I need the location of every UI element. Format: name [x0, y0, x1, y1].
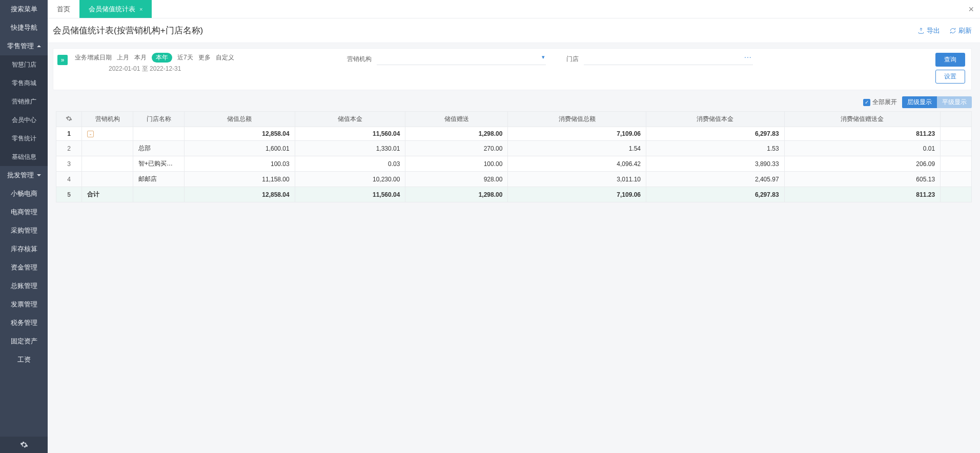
sidebar-item[interactable]: 固定资产	[0, 332, 48, 351]
value-cell: 4,096.42	[508, 156, 646, 172]
value-cell: 11,560.04	[295, 127, 405, 141]
export-button[interactable]: 导出	[917, 26, 940, 35]
main-area: 首页会员储值统计表× × 会员储值统计表(按营销机构+门店名称) 导出 刷新 »	[48, 0, 980, 453]
org-filter-label: 营销机构	[347, 55, 372, 64]
value-cell: 11,560.04	[295, 187, 405, 202]
chevron-down-icon[interactable]: ▾	[542, 54, 545, 60]
row-index: 2	[56, 141, 82, 156]
date-filter: 业务增减日期 上月本月本年近7天更多自定义 2022-01-01 至 2022-…	[75, 53, 234, 73]
value-cell: 1.53	[646, 141, 785, 156]
sidebar-subitem[interactable]: 智慧门店	[0, 55, 48, 74]
org-filter-input[interactable]	[377, 53, 546, 65]
table-column-header[interactable]: 门店名称	[133, 112, 185, 127]
sidebar-subitem[interactable]: 营销推广	[0, 92, 48, 111]
value-cell: 206.09	[784, 156, 940, 172]
settings-button[interactable]: 设置	[935, 70, 965, 84]
value-cell: 7,109.06	[508, 127, 646, 141]
sidebar-item[interactable]: 搜索菜单	[0, 0, 48, 18]
sidebar-item[interactable]: 快捷导航	[0, 18, 48, 37]
table-settings-header[interactable]	[56, 112, 82, 127]
row-index: 4	[56, 172, 82, 187]
value-cell: 10,230.00	[295, 172, 405, 187]
gear-icon	[66, 115, 72, 122]
value-cell: 3,011.10	[508, 172, 646, 187]
sidebar-item[interactable]: 小畅电商	[0, 184, 48, 203]
sidebar-item[interactable]: 零售管理	[0, 37, 48, 55]
org-cell	[82, 141, 133, 156]
sidebar-item[interactable]: 库存核算	[0, 240, 48, 258]
value-cell: 270.00	[405, 141, 508, 156]
value-cell: 12,858.04	[185, 127, 295, 141]
date-range-option[interactable]: 近7天	[177, 53, 193, 62]
table-column-header[interactable]: 消费储值本金	[646, 112, 785, 127]
table-column-header[interactable]: 消费储值总额	[508, 112, 646, 127]
value-cell: 2,405.97	[646, 172, 785, 187]
store-cell: 总部	[133, 141, 185, 156]
refresh-button[interactable]: 刷新	[949, 26, 972, 35]
sidebar-item[interactable]: 资金管理	[0, 258, 48, 277]
sidebar-item[interactable]: 发票管理	[0, 295, 48, 314]
tab-bar: 首页会员储值统计表× ×	[48, 0, 980, 18]
value-cell: 100.00	[405, 156, 508, 172]
value-cell: 11,158.00	[185, 172, 295, 187]
query-button[interactable]: 查询	[935, 53, 965, 67]
row-collapse-toggle[interactable]: -	[87, 131, 94, 137]
table-column-header[interactable]: 储值本金	[295, 112, 405, 127]
table-column-filler	[941, 112, 972, 127]
date-range-option[interactable]: 本年	[152, 53, 172, 63]
table-column-header[interactable]: 储值总额	[185, 112, 295, 127]
filler-cell	[941, 141, 972, 156]
value-cell: 811.23	[784, 127, 940, 141]
table-column-header[interactable]: 储值赠送	[405, 112, 508, 127]
display-mode-toggle: 层级显示 平级显示	[902, 96, 972, 108]
table-row: 2总部1,600.011,330.01270.001.541.530.01	[56, 141, 972, 156]
tab-label: 会员储值统计表	[89, 5, 135, 14]
row-index: 5	[56, 187, 82, 202]
close-icon[interactable]: ×	[139, 6, 142, 12]
flat-view-button[interactable]: 平级显示	[937, 96, 972, 108]
sidebar-item[interactable]: 总账管理	[0, 277, 48, 295]
sidebar-item[interactable]: 税务管理	[0, 314, 48, 332]
date-range-option[interactable]: 上月	[117, 53, 129, 62]
table-toolbar: ✓ 全部展开 层级显示 平级显示	[48, 96, 980, 111]
page-title: 会员储值统计表(按营销机构+门店名称)	[53, 25, 203, 36]
report-table: 营销机构门店名称储值总额储值本金储值赠送消费储值总额消费储值本金消费储值赠送金 …	[56, 111, 972, 202]
date-range-text: 2022-01-01 至 2022-12-31	[75, 65, 234, 73]
title-row: 会员储值统计表(按营销机构+门店名称) 导出 刷新	[48, 18, 980, 43]
value-cell: 605.13	[784, 172, 940, 187]
expand-all-checkbox[interactable]: ✓ 全部展开	[863, 98, 897, 107]
date-range-option[interactable]: 更多	[198, 53, 211, 62]
more-icon[interactable]: ···	[744, 53, 752, 61]
sidebar-subitem[interactable]: 会员中心	[0, 111, 48, 129]
tab[interactable]: 首页	[48, 0, 79, 18]
tab[interactable]: 会员储值统计表×	[79, 0, 152, 18]
date-filter-label: 业务增减日期	[75, 53, 112, 62]
export-label: 导出	[927, 26, 940, 35]
org-cell: 合计	[82, 187, 133, 202]
sidebar-settings[interactable]	[0, 437, 48, 453]
filler-cell	[941, 172, 972, 187]
sidebar: 搜索菜单快捷导航零售管理智慧门店零售商城营销推广会员中心零售统计基础信息批发管理…	[0, 0, 48, 453]
value-cell: 100.03	[185, 156, 295, 172]
tabbar-close-button[interactable]: ×	[965, 0, 977, 18]
value-cell: 928.00	[405, 172, 508, 187]
sidebar-item[interactable]: 采购管理	[0, 221, 48, 240]
sidebar-subitem[interactable]: 零售商城	[0, 74, 48, 92]
hierarchical-view-button[interactable]: 层级显示	[902, 96, 937, 108]
table-column-header[interactable]: 营销机构	[82, 112, 133, 127]
sidebar-subitem[interactable]: 基础信息	[0, 148, 48, 166]
sidebar-item[interactable]: 批发管理	[0, 166, 48, 184]
sidebar-item[interactable]: 工资	[0, 351, 48, 369]
value-cell: 6,297.83	[646, 187, 785, 202]
sidebar-item[interactable]: 电商管理	[0, 203, 48, 221]
date-range-option[interactable]: 本月	[134, 53, 147, 62]
filter-collapse-toggle[interactable]: »	[57, 55, 68, 65]
table-row: 5合计12,858.0411,560.041,298.007,109.066,2…	[56, 187, 972, 202]
sidebar-subitem[interactable]: 零售统计	[0, 129, 48, 148]
date-range-option[interactable]: 自定义	[216, 53, 234, 62]
store-filter-input[interactable]	[584, 53, 753, 65]
store-cell	[133, 127, 185, 141]
value-cell: 1,600.01	[185, 141, 295, 156]
store-cell: 智+已购买…	[133, 156, 185, 172]
table-column-header[interactable]: 消费储值赠送金	[784, 112, 940, 127]
